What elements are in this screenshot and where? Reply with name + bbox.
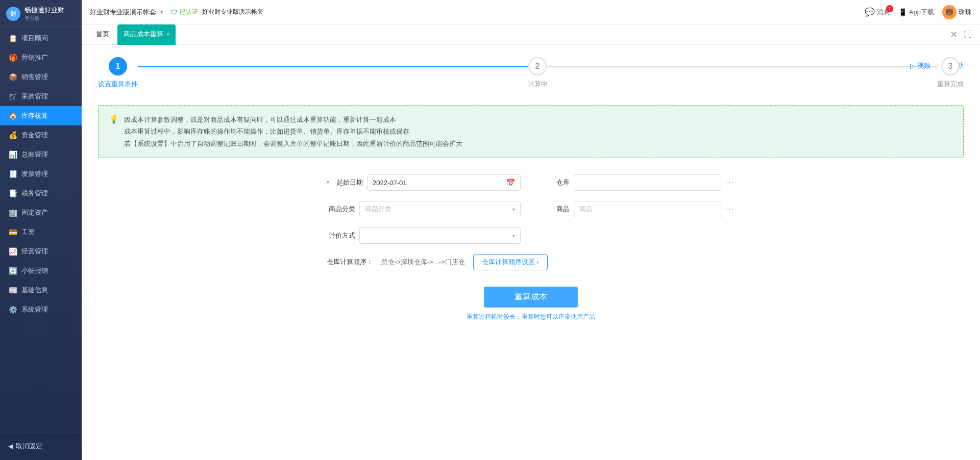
required-mark: * [327, 179, 329, 187]
info-line-1: 因成本计算参数调整，或是对商品成本有疑问时，可以通过成本重算功能，重新计算一遍成… [124, 114, 462, 125]
sidebar-item-marketing[interactable]: 🎁 营销推广 [0, 48, 82, 67]
recalc-button[interactable]: 重算成本 [484, 287, 578, 308]
sidebar-item-operation[interactable]: 📈 经营管理 [0, 242, 82, 261]
info-icon: 💡 [109, 114, 119, 149]
sidebar-item-project[interactable]: 📋 项目顾问 [0, 29, 82, 48]
message-button[interactable]: 💬 消息 1 [865, 7, 890, 17]
tab-bar: 首页 商品成本重算 × ✕ ⛶ [82, 24, 980, 45]
project-icon: 📋 [8, 34, 17, 43]
recalc-section: 重算成本 重算过程耗时较长，重算时您可以正常使用产品 [327, 287, 735, 321]
dropdown-arrow-icon: ▼ [159, 9, 164, 15]
sidebar-item-sales[interactable]: 📦 销售管理 [0, 67, 82, 87]
sidebar-label-marketing: 营销推广 [21, 53, 48, 62]
sidebar-item-accounting[interactable]: 📊 总账管理 [0, 145, 82, 164]
goods-label: 商品 [541, 205, 570, 214]
avatar: 🐻 [942, 5, 957, 19]
app-name: 畅捷通好业财 [24, 6, 64, 15]
app-edition: 专业版 [24, 15, 64, 22]
finance-icon: 💰 [8, 131, 17, 140]
warehouse-order-settings-button[interactable]: 仓库计算顺序设置 › [473, 254, 548, 270]
step-line-2 [548, 66, 938, 67]
start-date-value: 2022-07-01 [373, 179, 407, 187]
goods-dots-button[interactable]: ··· [725, 205, 735, 214]
phone-icon: 📱 [898, 8, 907, 16]
step-1: 1 设置重算条件 [98, 57, 138, 89]
category-select[interactable]: 商品分类 ▾ [359, 201, 521, 217]
sidebar-item-report[interactable]: 🔄 小畅报销 [0, 261, 82, 280]
sidebar-label-finance: 资金管理 [21, 131, 48, 140]
sidebar-label-project: 项目顾问 [21, 34, 48, 43]
form-row-1: * 起始日期 2022-07-01 📅 仓库 ··· [327, 174, 735, 191]
cancel-fixed-button[interactable]: ◀ 取消固定 [0, 437, 82, 456]
recalc-btn-label: 重算成本 [514, 292, 547, 301]
step-3-num: 3 [948, 62, 953, 71]
invoice-icon: 🧾 [8, 169, 17, 178]
warehouse-order-btn-label: 仓库计算顺序设置 › [482, 258, 539, 267]
sidebar-label-tax: 税务管理 [21, 189, 48, 198]
step-3-label: 重算完成 [937, 80, 964, 89]
sidebar-item-purchase[interactable]: 🛒 采购管理 [0, 87, 82, 106]
category-arrow-icon: ▾ [512, 207, 515, 212]
sidebar-item-assets[interactable]: 🏢 固定资产 [0, 203, 82, 222]
calendar-icon[interactable]: 📅 [506, 178, 515, 187]
sidebar-nav: 📋 项目顾问 🎁 营销推广 📦 销售管理 🛒 采购管理 🏠 库存核算 💰 资金管… [0, 27, 82, 432]
warehouse-input[interactable] [574, 174, 721, 191]
sidebar-label-inventory: 库存核算 [21, 111, 48, 120]
sidebar-item-system[interactable]: ⚙️ 系统管理 [0, 300, 82, 319]
close-window-icon[interactable]: ✕ [950, 29, 958, 40]
user-profile[interactable]: 🐻 珠珠 [942, 5, 972, 19]
goods-input[interactable]: 商品 [574, 201, 721, 217]
sidebar-label-assets: 固定资产 [21, 208, 48, 217]
sidebar-label-accounting: 总账管理 [21, 150, 48, 159]
assets-icon: 🏢 [8, 208, 17, 217]
stepper: 1 设置重算条件 2 计算中 3 重算完成 ▷ 视频 | [98, 57, 964, 89]
step-line-1 [138, 66, 528, 67]
tab-cost-recalc[interactable]: 商品成本重算 × [117, 24, 176, 45]
sidebar-item-basic[interactable]: 📰 基础信息 [0, 280, 82, 300]
sidebar-logo: 财 畅捷通好业财 专业版 [0, 0, 82, 27]
step-2-circle: 2 [528, 57, 547, 75]
marketing-icon: 🎁 [8, 53, 17, 62]
sidebar-item-invoice[interactable]: 🧾 发票管理 [0, 164, 82, 184]
info-box: 💡 因成本计算参数调整，或是对商品成本有疑问时，可以通过成本重算功能，重新计算一… [98, 105, 964, 158]
content-area: 1 设置重算条件 2 计算中 3 重算完成 ▷ 视频 | [82, 45, 980, 460]
goods-placeholder: 商品 [579, 205, 593, 214]
tab-home[interactable]: 首页 [90, 24, 115, 45]
start-date-input[interactable]: 2022-07-01 📅 [367, 174, 521, 191]
start-date-group: * 起始日期 2022-07-01 📅 [327, 174, 521, 191]
warehouse-dots-button[interactable]: ··· [725, 178, 735, 187]
sidebar: 财 畅捷通好业财 专业版 📋 项目顾问 🎁 营销推广 📦 销售管理 🛒 采购管理… [0, 0, 82, 460]
sidebar-item-salary[interactable]: 💳 工资 [0, 222, 82, 242]
header-left: 好业财专业版演示帐套 ▼ 🛡 已认证 好业财专业版演示帐套 [90, 8, 263, 17]
sidebar-label-purchase: 采购管理 [21, 92, 48, 101]
sidebar-label-operation: 经营管理 [21, 247, 48, 256]
salary-icon: 💳 [8, 227, 17, 237]
triangle-icon: ◀ [8, 443, 13, 450]
verified-badge: 🛡 已认证 好业财专业版演示帐套 [170, 8, 263, 16]
app-logo-icon: 财 [6, 7, 20, 21]
sidebar-item-tax[interactable]: 📑 税务管理 [0, 184, 82, 203]
tab-close-icon[interactable]: × [166, 31, 169, 37]
purchase-icon: 🛒 [8, 92, 17, 101]
expand-window-icon[interactable]: ⛶ [964, 30, 972, 39]
app-download-button[interactable]: 📱 App下载 [898, 8, 934, 17]
account-selector[interactable]: 好业财专业版演示帐套 ▼ [90, 8, 164, 17]
step-2: 2 计算中 [528, 57, 548, 89]
warehouse-label: 仓库 [541, 178, 570, 187]
sidebar-item-finance[interactable]: 💰 资金管理 [0, 125, 82, 145]
form-section: * 起始日期 2022-07-01 📅 仓库 ··· [327, 174, 735, 321]
sidebar-item-inventory[interactable]: 🏠 库存核算 [0, 106, 82, 125]
video-link[interactable]: ▷ 视频 [910, 61, 930, 70]
username-label: 珠珠 [959, 8, 972, 17]
price-method-select[interactable]: ▾ [359, 227, 521, 244]
shield-icon: 🛡 [170, 8, 178, 16]
sidebar-label-basic: 基础信息 [21, 286, 48, 295]
warehouse-group: 仓库 ··· [541, 174, 735, 191]
form-row-2: 商品分类 商品分类 ▾ 商品 商品 ··· [327, 201, 735, 217]
step-2-num: 2 [535, 62, 540, 71]
sidebar-label-sales: 销售管理 [21, 72, 48, 82]
header-right: 💬 消息 1 📱 App下载 🐻 珠珠 [865, 5, 972, 19]
sales-icon: 📦 [8, 72, 17, 82]
warehouse-order-path: 总仓->深圳仓库->...->门店仓 [381, 258, 465, 267]
header: 好业财专业版演示帐套 ▼ 🛡 已认证 好业财专业版演示帐套 💬 消息 1 📱 A… [82, 0, 980, 24]
